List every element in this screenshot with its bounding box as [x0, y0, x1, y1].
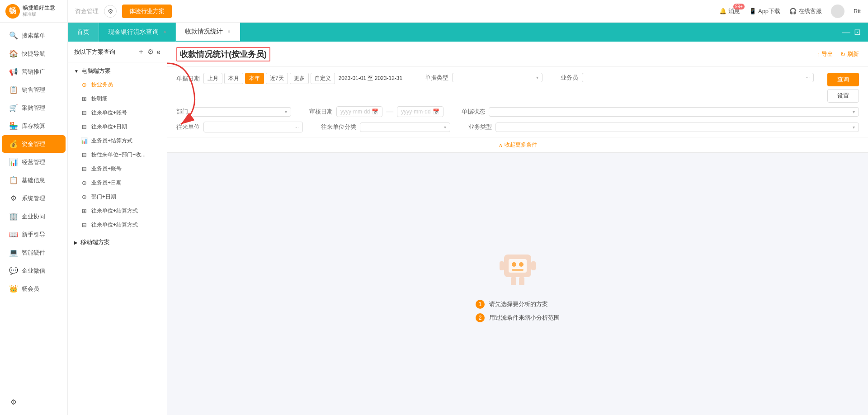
partner-more-icon[interactable]: ··· — [294, 124, 299, 130]
audit-date-to-input[interactable]: yyyy-mm-dd 📅 — [397, 106, 443, 117]
notification-btn[interactable]: 🔔 消息 99+ — [719, 7, 740, 15]
desktop-group-label: 电脑端方案 — [81, 67, 111, 75]
sidebar-item-purchase[interactable]: 🛒 采购管理 — [2, 99, 66, 117]
salesperson-label: 业务员 — [561, 74, 578, 82]
scheme-item-by-salesperson[interactable]: ⊙ 按业务员 — [68, 78, 167, 92]
tab-bank-flow[interactable]: 现金银行流水查询 × — [99, 23, 176, 42]
mobile-scheme-group: ▶ 移动端方案 — [68, 234, 167, 251]
query-btn[interactable]: 查询 — [827, 73, 859, 86]
sidebar-item-marketing[interactable]: 📢 营销推广 — [2, 63, 66, 80]
sidebar-item-member[interactable]: 👑 畅会员 — [2, 280, 66, 297]
scheme-item-salesperson-account[interactable]: ⊟ 业务员+账号 — [68, 162, 167, 176]
scheme-item-partner-settlement1[interactable]: ⊞ 往来单位+结算方式 — [68, 204, 167, 218]
scheme-item-label: 往来单位+结算方式 — [91, 207, 138, 215]
sidebar-item-search-menu[interactable]: 🔍 搜索菜单 — [2, 27, 66, 44]
app-download-label: App下载 — [758, 7, 780, 15]
audit-date-from-input[interactable]: yyyy-mm-dd 📅 — [336, 106, 382, 117]
desktop-scheme-group: ▼ 电脑端方案 ⊙ 按业务员 ⊞ 按明细 ⊟ 往来单位+账号 ⊟ 往来单位 — [68, 62, 167, 234]
svg-rect-6 — [531, 261, 536, 270]
sidebar-item-smart-hardware[interactable]: 💻 智能硬件 — [2, 244, 66, 261]
sidebar-item-system[interactable]: ⚙ 系统管理 — [2, 189, 66, 207]
sidebar-item-business[interactable]: 📊 经营管理 — [2, 153, 66, 171]
business-icon: 📊 — [9, 158, 18, 166]
sidebar-item-warehouse[interactable]: 🏪 库存核算 — [2, 117, 66, 135]
scheme-item-by-detail[interactable]: ⊞ 按明细 — [68, 92, 167, 106]
scheme-item-label: 往来单位+日期 — [91, 123, 127, 131]
biz-type-label: 业务类型 — [468, 123, 492, 131]
scheme-settings-btn[interactable]: ⚙ — [147, 47, 154, 56]
scheme-item-label: 按往来单位+部门+收... — [91, 151, 146, 159]
sidebar-item-wechat[interactable]: 💬 企业微信 — [2, 262, 66, 279]
biz-type-select[interactable]: ▾ — [495, 123, 859, 132]
date-btn-custom[interactable]: 自定义 — [311, 73, 335, 84]
date-btn-this-year[interactable]: 本年 — [245, 73, 264, 84]
collapse-panel-btn[interactable]: « — [156, 48, 160, 56]
partner-settlement2-icon: ⊟ — [80, 222, 88, 228]
sidebar-item-finance[interactable]: 💰 资金管理 — [2, 135, 66, 153]
app-download-btn[interactable]: 📱 App下载 — [749, 7, 780, 15]
date-range-display: 2023-01-01 至 2023-12-31 — [339, 75, 402, 82]
page-title-row: 收款情况统计(按业务员) ↑ 导出 ↻ 刷新 — [176, 47, 859, 61]
left-panel-header: 按以下方案查询 ＋ ⚙ « — [68, 42, 167, 62]
biz-type-arrow-icon: ▾ — [853, 125, 855, 130]
date-btn-last-7[interactable]: 近7天 — [266, 73, 288, 84]
sidebar-item-quick-nav[interactable]: 🏠 快捷导航 — [2, 45, 66, 62]
scheme-item-partner-date[interactable]: ⊟ 往来单位+日期 — [68, 120, 167, 134]
filter-section: 单据日期 上月 本月 本年 近7天 更多 自定义 2023-01-01 至 — [167, 66, 868, 153]
empty-illustration — [491, 245, 545, 291]
sidebar-item-sales[interactable]: 📋 销售管理 — [2, 81, 66, 99]
scheme-item-salesperson-settlement[interactable]: 📊 业务员+结算方式 — [68, 134, 167, 148]
svg-rect-5 — [500, 261, 504, 270]
partner-category-select[interactable]: ▾ — [360, 123, 450, 132]
sidebar-item-basic-info[interactable]: 📋 基础信息 — [2, 171, 66, 189]
partner-input[interactable]: ··· — [203, 122, 303, 132]
scheme-item-label: 业务员+日期 — [91, 179, 122, 187]
scheme-item-partner-dept[interactable]: ⊟ 按往来单位+部门+收... — [68, 148, 167, 162]
online-service-btn[interactable]: 🎧 在线客服 — [789, 7, 822, 15]
mobile-group-label: 移动端方案 — [80, 238, 110, 246]
settings-btn[interactable]: 设置 — [827, 89, 859, 103]
scheme-item-partner-account[interactable]: ⊟ 往来单位+账号 — [68, 106, 167, 120]
desktop-arrow-icon: ▼ — [74, 69, 79, 74]
sidebar-item-newbie[interactable]: 📖 新手引导 — [2, 226, 66, 243]
date-btn-more[interactable]: 更多 — [290, 73, 309, 84]
doc-type-arrow-icon: ▾ — [536, 75, 538, 80]
scheme-item-salesperson-date[interactable]: ⊙ 业务员+日期 — [68, 176, 167, 190]
date-btn-last-month[interactable]: 上月 — [203, 73, 222, 84]
refresh-btn[interactable]: ↻ 刷新 — [840, 50, 859, 58]
scheme-item-partner-settlement2[interactable]: ⊟ 往来单位+结算方式 — [68, 218, 167, 232]
tab-collection-stats[interactable]: 收款情况统计 × — [176, 23, 240, 42]
tab-bank-flow-close[interactable]: × — [163, 29, 166, 35]
system-icon: ⚙ — [9, 194, 18, 203]
date-btn-this-month[interactable]: 本月 — [224, 73, 243, 84]
right-content: 收款情况统计(按业务员) ↑ 导出 ↻ 刷新 — [167, 42, 868, 415]
settings-icon: ⚙ — [9, 398, 18, 406]
doc-status-select[interactable]: ▾ — [489, 107, 859, 117]
breadcrumb: 资金管理 — [75, 7, 99, 15]
tab-collection-stats-close[interactable]: × — [227, 28, 231, 35]
svg-rect-8 — [519, 277, 524, 285]
collapse-bar[interactable]: ∧ 收起更多条件 — [167, 137, 868, 152]
trial-industry-btn[interactable]: 体验行业方案 — [122, 5, 172, 18]
sidebar-item-enterprise[interactable]: 🏢 企业协同 — [2, 208, 66, 225]
export-btn[interactable]: ↑ 导出 — [817, 50, 834, 58]
left-panel: 按以下方案查询 ＋ ⚙ « ▼ 电脑端方案 ⊙ 按业务员 ⊞ — [68, 42, 167, 415]
scheme-item-label: 往来单位+结算方式 — [91, 221, 138, 229]
header-gear-btn[interactable]: ⚙ — [104, 5, 117, 18]
scheme-item-dept-date[interactable]: ⊙ 部门+日期 — [68, 190, 167, 204]
mobile-group-title[interactable]: ▶ 移动端方案 — [68, 236, 167, 249]
user-avatar[interactable] — [831, 5, 844, 18]
desktop-group-title[interactable]: ▼ 电脑端方案 — [68, 64, 167, 78]
calendar-icon2: 📅 — [433, 108, 439, 115]
minimize-icon[interactable]: — — [842, 28, 850, 37]
dept-select[interactable]: ▾ — [192, 107, 291, 117]
add-scheme-btn[interactable]: ＋ — [137, 47, 145, 57]
maximize-icon[interactable]: ⊡ — [854, 27, 861, 37]
page-title-bar: 收款情况统计(按业务员) ↑ 导出 ↻ 刷新 — [167, 42, 868, 66]
salesperson-select[interactable]: ··· — [582, 73, 814, 82]
tab-home[interactable]: 首页 — [68, 23, 99, 42]
breadcrumb-text: 资金管理 — [75, 7, 99, 15]
sidebar-settings[interactable]: ⚙ — [2, 393, 66, 411]
gear-icon: ⚙ — [108, 8, 113, 15]
doc-type-select[interactable]: ▾ — [452, 73, 542, 82]
